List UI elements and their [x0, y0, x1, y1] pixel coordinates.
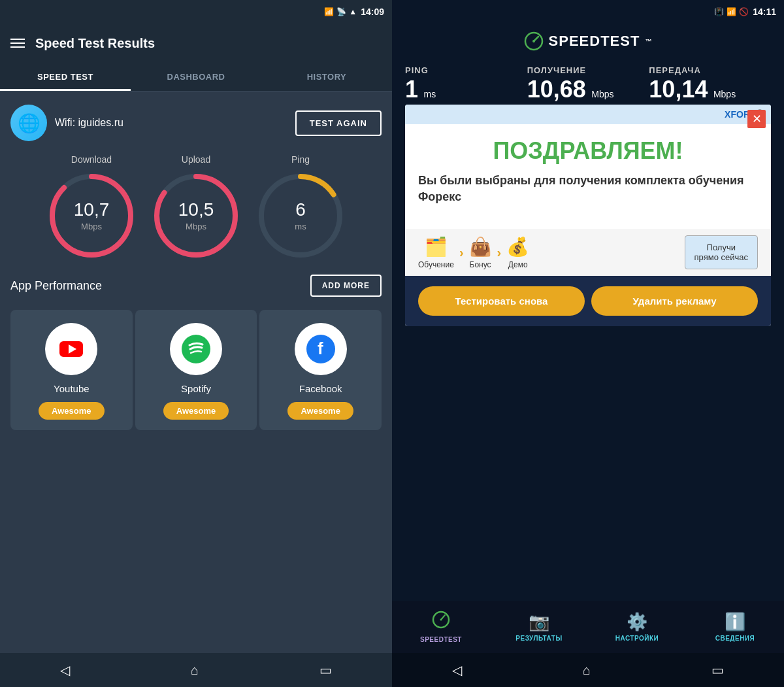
status-icons-left: 📶 📡 ▲	[324, 7, 357, 16]
nav-results[interactable]: 📷 РЕЗУЛЬТАТЫ	[490, 601, 588, 653]
speedtest-logo: SPEEDTEST™	[524, 31, 653, 51]
trademark: ™	[645, 38, 652, 45]
tab-dashboard[interactable]: DASHBOARD	[131, 63, 261, 91]
ping-circle: 6 ms	[255, 170, 346, 261]
svg-point-14	[440, 619, 442, 621]
recent-button-right[interactable]: ▭	[698, 657, 737, 683]
retest-button[interactable]: Тестировать снова	[418, 286, 585, 316]
time-left: 14:09	[361, 7, 384, 17]
facebook-badge: Awesome	[287, 402, 353, 420]
settings-nav-label: НАСТРОЙКИ	[615, 635, 659, 642]
nav-bar-right: ◁ ⌂ ▭	[392, 653, 784, 687]
wifi-name: Wifi: iguides.ru	[55, 117, 123, 129]
hamburger-line-1	[10, 39, 25, 40]
hamburger-line-2	[10, 42, 25, 44]
info-nav-icon: ℹ️	[725, 612, 745, 632]
facebook-icon: f	[304, 333, 337, 365]
ad-step-1: 🗂️ Обучение	[418, 236, 454, 269]
ping-value: 6 ms	[295, 199, 306, 232]
upload-value: 10,5 Mbps	[178, 199, 214, 232]
apps-grid: Youtube Awesome Spotify Awesome	[10, 310, 382, 430]
nav-settings[interactable]: ⚙️ НАСТРОЙКИ	[588, 601, 686, 653]
app-performance-label: App Performance	[10, 279, 102, 293]
add-more-button[interactable]: ADD MORE	[310, 275, 382, 297]
results-nav-label: РЕЗУЛЬТАТЫ	[515, 635, 562, 642]
back-button-right[interactable]: ◁	[439, 657, 475, 683]
app-performance-row: App Performance ADD MORE	[10, 275, 382, 297]
ad-overlay: ✕ XFOR ⓘ ПОЗДРАВЛЯЕМ! Вы были выбраны дл…	[405, 105, 771, 326]
ping-gauge: Ping 6 ms	[255, 154, 346, 261]
wifi-icon-left: 📡	[336, 7, 346, 16]
wifi-icon-right: 📶	[727, 7, 736, 16]
ad-close-button[interactable]: ✕	[747, 110, 766, 128]
download-stat-label: ПОЛУЧЕНИЕ	[527, 65, 649, 75]
spotify-icon-circle	[170, 323, 222, 375]
status-bar-left: 📶 📡 ▲ 14:09	[0, 0, 392, 24]
back-button-left[interactable]: ◁	[47, 657, 83, 683]
spotify-icon	[180, 333, 212, 365]
app-card-youtube: Youtube Awesome	[10, 310, 133, 430]
header-left: Speed Test Results	[0, 24, 392, 63]
speedtest-nav: SPEEDTEST 📷 РЕЗУЛЬТАТЫ ⚙️ НАСТРОЙКИ ℹ️ С…	[392, 601, 784, 653]
ad-congrats-text: Вы были выбраны для получения комплекта …	[418, 173, 758, 205]
upload-label: Upload	[182, 154, 210, 165]
remove-ad-button[interactable]: Удалить рекламу	[591, 286, 758, 316]
ad-steps: 🗂️ Обучение › 👜 Бонус › 💰 Демо Получи пр…	[405, 229, 771, 276]
ad-step-label-2: Бонус	[470, 260, 491, 269]
header-title-left: Speed Test Results	[35, 36, 155, 51]
facebook-name: Facebook	[299, 383, 342, 394]
nav-info[interactable]: ℹ️ СВЕДЕНИЯ	[686, 601, 784, 653]
speedtest-nav-icon	[432, 611, 450, 633]
youtube-icon	[57, 335, 86, 363]
recent-button-left[interactable]: ▭	[306, 657, 345, 683]
upload-gauge: Upload 10,5 Mbps	[150, 154, 242, 261]
settings-nav-icon: ⚙️	[627, 612, 647, 632]
spotify-badge: Awesome	[163, 402, 229, 420]
svg-text:f: f	[318, 339, 323, 358]
ad-header: XFOR ⓘ	[405, 105, 771, 124]
speedtest-nav-label: SPEEDTEST	[420, 636, 462, 643]
ping-label: Ping	[291, 154, 310, 165]
ping-stat-value: 1 ms	[405, 78, 527, 101]
nav-speedtest[interactable]: SPEEDTEST	[392, 601, 490, 653]
hamburger-menu[interactable]	[10, 39, 25, 48]
tab-history[interactable]: HISTORY	[261, 63, 392, 91]
vibrate-icon: 📳	[714, 7, 724, 16]
ad-step-label-1: Обучение	[418, 260, 454, 269]
nav-bar-left: ◁ ⌂ ▭	[0, 653, 392, 687]
home-button-right[interactable]: ⌂	[570, 658, 604, 683]
upload-stat: ПЕРЕДАЧА 10,14 Mbps	[649, 65, 771, 101]
ad-step-2: 👜 Бонус	[469, 236, 492, 269]
speedtest-label: SPEEDTEST	[549, 33, 640, 50]
download-stat: ПОЛУЧЕНИЕ 10,68 Mbps	[527, 65, 649, 101]
app-card-facebook: f Facebook Awesome	[259, 310, 382, 430]
ad-arrow-1: ›	[459, 245, 464, 260]
ping-stat: PING 1 ms	[405, 65, 527, 101]
tab-speed-test[interactable]: SPEED TEST	[0, 63, 131, 91]
upload-stat-label: ПЕРЕДАЧА	[649, 65, 771, 75]
phone-icon: 📶	[324, 7, 334, 16]
ad-step-3: 💰 Демо	[506, 236, 529, 269]
signal-icon: ▲	[349, 7, 357, 16]
left-panel: 📶 📡 ▲ 14:09 Speed Test Results SPEED TES…	[0, 0, 392, 687]
status-icons-right: 📳 📶 🚫	[714, 7, 749, 16]
gauges-row: Download 10,7 Mbps Upload	[10, 154, 382, 261]
ad-bottom-buttons: Тестировать снова Удалить рекламу	[405, 276, 771, 326]
hamburger-line-3	[10, 46, 25, 48]
ad-step-icon-2: 👜	[469, 236, 492, 258]
upload-stat-value: 10,14 Mbps	[649, 78, 771, 101]
ad-step-icon-1: 🗂️	[425, 236, 448, 258]
download-label: Download	[71, 154, 112, 165]
ad-cta-button[interactable]: Получи прямо сейчас	[685, 235, 758, 269]
ad-arrow-2: ›	[497, 245, 502, 260]
download-circle: 10,7 Mbps	[46, 170, 137, 261]
home-button-left[interactable]: ⌂	[178, 658, 212, 683]
download-value: 10,7 Mbps	[74, 199, 110, 232]
ad-congrats-title: ПОЗДРАВЛЯЕМ!	[418, 137, 758, 165]
app-card-spotify: Spotify Awesome	[135, 310, 257, 430]
status-bar-right: 📳 📶 🚫 14:11	[392, 0, 784, 24]
speedtest-header: SPEEDTEST™	[392, 24, 784, 59]
test-again-button[interactable]: TEST AGAIN	[295, 110, 382, 136]
download-gauge: Download 10,7 Mbps	[46, 154, 137, 261]
results-nav-icon: 📷	[529, 612, 549, 632]
